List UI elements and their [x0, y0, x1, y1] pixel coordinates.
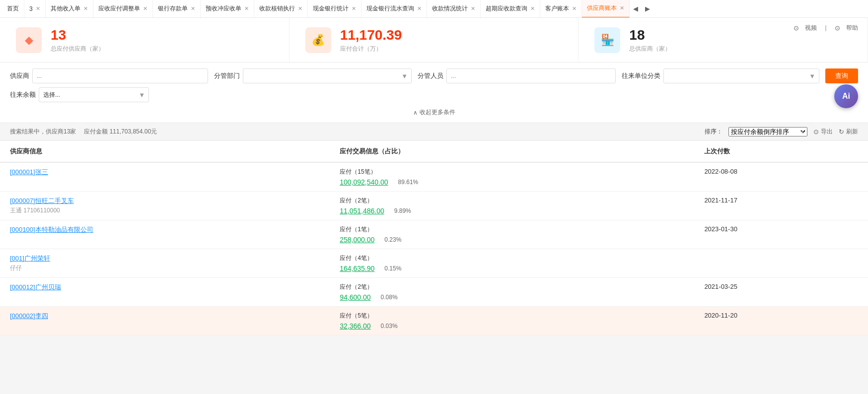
nav-tab-cashflow-label: 现金银行流水查询	[366, 4, 414, 13]
payable-percent: 9.89%	[394, 207, 411, 214]
ai-assistant-button[interactable]: Ai	[834, 84, 858, 108]
nav-prev-arrow[interactable]: ◀	[630, 0, 642, 18]
table-row: [000002]李四应付（5笔）32,366.000.03%2020-11-20	[0, 307, 868, 335]
supplier-link[interactable]: [000002]李四	[10, 312, 48, 320]
nav-tab-prepay[interactable]: 预收冲应收单 ✕	[201, 0, 254, 18]
payable-count-label: 应付（5笔）	[340, 312, 684, 320]
close-icon[interactable]: ✕	[298, 5, 302, 12]
person-input[interactable]	[446, 68, 616, 83]
table-row: [000007]恒旺二手叉车王通 17106110000应付（2笔）11,051…	[0, 192, 868, 220]
video-icon: ⊙	[794, 24, 799, 32]
video-link[interactable]: 视频	[805, 24, 817, 32]
close-icon[interactable]: ✕	[36, 5, 40, 12]
shop-icon: 🏪	[593, 26, 621, 54]
nav-tab-income[interactable]: 其他收入单 ✕	[46, 0, 93, 18]
category-select[interactable]	[663, 68, 820, 83]
supplier-link[interactable]: [000100]本特勒油品有限公司	[10, 226, 93, 233]
nav-tab-home[interactable]: 首页	[2, 0, 24, 18]
results-actions: 排序： 按应付余额倒序排序 按应付余额升序排序 ⊙ 导出 ↻ 刷新	[705, 127, 858, 136]
supplier-link[interactable]: [000007]恒旺二手叉车	[10, 197, 74, 204]
nav-tab-supplier[interactable]: 供应商账本 ✕	[582, 0, 630, 18]
supplier-table: 供应商信息 应付交易信息（占比） 上次付数 [000001]张三应付（15笔）1…	[0, 141, 868, 335]
close-icon[interactable]: ✕	[471, 5, 475, 12]
last-pay-cell: 2020-11-20	[694, 307, 868, 335]
nav-tab-receiptstat[interactable]: 收款情况统计 ✕	[427, 0, 481, 18]
collapse-button[interactable]: ∧ 收起更多条件	[413, 106, 455, 119]
supplier-link[interactable]: [000001]张三	[10, 168, 48, 176]
last-pay-cell: 2021-03-25	[694, 278, 868, 307]
nav-tab-bank[interactable]: 银行存款单 ✕	[153, 0, 201, 18]
nav-tab-overdue-label: 超期应收款查询	[486, 4, 527, 13]
payable-amount-link[interactable]: 94,600.00	[340, 293, 370, 301]
payable-amount-link[interactable]: 164,635.90	[340, 264, 374, 272]
payable-amount-link[interactable]: 11,051,486.00	[340, 207, 384, 215]
refresh-label: 刷新	[846, 128, 858, 136]
table-row: [000012]广州贝瑞应付（2笔）94,600.000.08%2021-03-…	[0, 278, 868, 307]
payable-cell: 应付（1笔）258,000.000.23%	[330, 220, 694, 249]
filter-supplier: 供应商	[10, 68, 208, 83]
last-pay-date: 2020-11-20	[704, 312, 737, 319]
close-icon[interactable]: ✕	[417, 5, 422, 12]
nav-tab-3[interactable]: 3 ✕	[24, 0, 46, 18]
payable-amount-link[interactable]: 100,092,540.00	[340, 178, 388, 186]
nav-next-arrow[interactable]: ▶	[642, 0, 653, 18]
export-icon: ⊙	[813, 128, 819, 135]
last-pay-date: 2021-03-25	[704, 283, 737, 290]
export-button[interactable]: ⊙ 导出	[813, 128, 833, 136]
nav-tab-adjustment[interactable]: 应收应付调整单 ✕	[93, 0, 153, 18]
supplier-input[interactable]	[32, 68, 208, 83]
nav-tab-prepay-label: 预收冲应收单	[206, 4, 241, 13]
nav-tab-receiptstat-label: 收款情况统计	[432, 4, 468, 13]
payable-amount-link[interactable]: 258,000.00	[340, 236, 374, 244]
sort-select[interactable]: 按应付余额倒序排序 按应付余额升序排序	[728, 127, 807, 136]
close-icon[interactable]: ✕	[83, 5, 88, 12]
close-icon[interactable]: ✕	[572, 5, 577, 12]
nav-tab-customer-label: 客户账本	[545, 4, 569, 13]
search-button[interactable]: 查询	[825, 68, 858, 83]
balance-select[interactable]: 选择...	[39, 87, 149, 102]
sort-label: 排序：	[705, 128, 723, 136]
person-filter-label: 分管人员	[418, 71, 443, 80]
supplier-link[interactable]: [000012]广州贝瑞	[10, 283, 61, 291]
balance-filter-label: 往来余额	[10, 90, 36, 99]
supplier-link[interactable]: [001]广州荣轩	[10, 255, 50, 262]
payable-count-label: 应付（2笔）	[340, 197, 684, 205]
close-icon[interactable]: ✕	[352, 5, 356, 12]
nav-tab-supplier-label: 供应商账本	[587, 4, 617, 12]
filter-balance: 往来余额 选择... ▼	[10, 87, 149, 102]
nav-tab-cashflow[interactable]: 现金银行流水查询 ✕	[362, 0, 427, 18]
nav-tab-adjustment-label: 应收应付调整单	[98, 4, 140, 13]
payable-count-label: 应付（2笔）	[340, 283, 684, 291]
th-payable: 应付交易信息（占比）	[330, 141, 694, 162]
nav-tab-cashstat-label: 现金银行统计	[313, 4, 349, 13]
last-pay-date: 2022-08-08	[704, 168, 737, 175]
nav-tab-cashstat[interactable]: 现金银行统计 ✕	[308, 0, 362, 18]
dept-select[interactable]	[243, 68, 412, 83]
nav-tab-overdue[interactable]: 超期应收款查询 ✕	[481, 0, 540, 18]
supplier-filter-label: 供应商	[10, 71, 29, 80]
results-bar: 搜索结果中，供应商13家 应付金额 111,703,854.00元 排序： 按应…	[0, 123, 868, 141]
supplier-cell: [000001]张三	[0, 162, 330, 192]
close-icon[interactable]: ✕	[530, 5, 535, 12]
total-payable-suppliers-num: 13	[51, 27, 104, 44]
filter-person: 分管人员	[418, 68, 616, 83]
supplier-cell: [000007]恒旺二手叉车王通 17106110000	[0, 192, 330, 220]
refresh-button[interactable]: ↻ 刷新	[839, 128, 858, 136]
payable-percent: 0.03%	[381, 323, 398, 329]
nav-tab-customer[interactable]: 客户账本 ✕	[540, 0, 582, 18]
last-pay-cell: 2021-11-17	[694, 192, 868, 220]
last-pay-cell	[694, 249, 868, 278]
nav-tab-verify[interactable]: 收款核销执行 ✕	[254, 0, 308, 18]
close-icon[interactable]: ✕	[620, 5, 624, 11]
summary-card-amount: 💰 11,170.39 应付合计（万）	[289, 18, 579, 62]
close-icon[interactable]: ✕	[244, 5, 249, 12]
payable-percent: 0.23%	[384, 236, 401, 243]
close-icon[interactable]: ✕	[143, 5, 147, 12]
table-row: [001]广州荣轩仔仔应付（4笔）164,635.900.15%	[0, 249, 868, 278]
help-link[interactable]: 帮助	[846, 24, 858, 32]
results-summary: 搜索结果中，供应商13家 应付金额 111,703,854.00元	[10, 128, 157, 136]
ai-label: Ai	[842, 92, 850, 101]
total-suppliers-label: 总供应商（家）	[629, 45, 671, 53]
close-icon[interactable]: ✕	[191, 5, 195, 12]
payable-amount-link[interactable]: 32,366.00	[340, 322, 370, 330]
